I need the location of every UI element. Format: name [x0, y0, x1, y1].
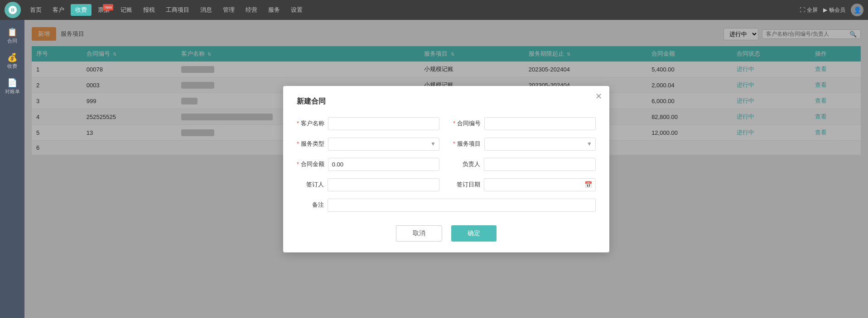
top-nav: 首页 客户 收费 票据 new 记账 报税 工商项目 消息 管理 经营 服务 设…	[0, 0, 868, 20]
nav-manage[interactable]: 管理	[218, 4, 239, 16]
form-row-sign-date: 签订日期 2023-06-06 📅	[453, 178, 596, 191]
customer-name-input[interactable]	[328, 117, 439, 130]
member-button[interactable]: ▶ 畅会员	[823, 6, 845, 14]
person-input[interactable]	[484, 158, 596, 171]
play-icon: ▶	[823, 7, 827, 13]
date-input-wrap: 2023-06-06 📅	[484, 178, 596, 191]
nav-business[interactable]: 工商项目	[161, 4, 194, 16]
contract-no-input[interactable]	[484, 117, 596, 130]
nav-bookkeeping[interactable]: 记账	[116, 4, 137, 16]
modal-overlay: 新建合同 ✕ 客户名称 合同编号 服务类型	[24, 20, 868, 318]
content-area: 新增 服务项目 进行中 已完成 已终止 🔍 序号 合同	[24, 20, 868, 318]
main-layout: 📋 合同 💰 收费 📄 对账单 新增 服务项目 进行中 已完成 已终止	[0, 20, 868, 318]
sidebar: 📋 合同 💰 收费 📄 对账单	[0, 20, 24, 318]
fee-icon: 💰	[7, 53, 17, 62]
signer-input[interactable]	[328, 178, 439, 191]
form-row-notes: 备注	[297, 199, 596, 212]
nav-fee[interactable]: 收费	[71, 4, 92, 16]
avatar[interactable]: 👤	[851, 4, 863, 16]
statement-icon: 📄	[7, 79, 17, 87]
nav-invoice[interactable]: 票据 new	[93, 4, 114, 16]
app-logo	[5, 2, 21, 18]
contract-icon: 📋	[7, 28, 17, 36]
nav-message[interactable]: 消息	[196, 4, 217, 16]
sidebar-item-statement[interactable]: 📄 对账单	[1, 75, 23, 99]
sidebar-item-contract[interactable]: 📋 合同	[1, 24, 23, 48]
service-type-select-wrap: ▼	[328, 138, 439, 151]
new-badge: new	[103, 4, 113, 10]
service-type-label: 服务类型	[297, 140, 324, 148]
nav-home[interactable]: 首页	[25, 4, 46, 16]
sidebar-item-fee[interactable]: 💰 收费	[1, 50, 23, 73]
contract-no-label: 合同编号	[453, 119, 481, 128]
service-item-select-wrap: ▼	[484, 138, 596, 151]
form-grid: 客户名称 合同编号 服务类型 ▼	[297, 117, 596, 212]
amount-label: 合同金额	[297, 160, 324, 168]
person-label: 负责人	[453, 160, 480, 168]
form-row-signer: 签订人	[297, 178, 439, 191]
nav-operation[interactable]: 经营	[241, 4, 262, 16]
nav-settings[interactable]: 设置	[286, 4, 307, 16]
fullscreen-button[interactable]: ⛶ 全屏	[800, 6, 818, 14]
confirm-button[interactable]: 确定	[451, 225, 497, 242]
service-item-select[interactable]	[484, 138, 596, 151]
form-row-person: 负责人	[453, 158, 596, 171]
nav-customer[interactable]: 客户	[48, 4, 69, 16]
customer-label: 客户名称	[297, 119, 324, 128]
fullscreen-icon: ⛶	[800, 7, 805, 13]
service-item-label: 服务项目	[453, 140, 481, 148]
form-row-service-item: 服务项目 ▼	[453, 138, 596, 151]
nav-items: 首页 客户 收费 票据 new 记账 报税 工商项目 消息 管理 经营 服务 设…	[25, 4, 800, 16]
nav-tax[interactable]: 报税	[139, 4, 159, 16]
form-row-customer: 客户名称	[297, 117, 439, 130]
service-type-select[interactable]	[328, 138, 439, 151]
form-row-contract-no: 合同编号	[453, 117, 596, 130]
nav-right: ⛶ 全屏 ▶ 畅会员 👤	[800, 4, 863, 16]
form-row-amount: 合同金额	[297, 158, 439, 171]
nav-service[interactable]: 服务	[264, 4, 285, 16]
modal-close-button[interactable]: ✕	[595, 92, 602, 100]
form-row-service-type: 服务类型 ▼	[297, 138, 439, 151]
cancel-button[interactable]: 取消	[396, 225, 442, 242]
new-contract-modal: 新建合同 ✕ 客户名称 合同编号 服务类型	[283, 86, 609, 252]
sign-date-input[interactable]: 2023-06-06	[484, 178, 596, 191]
signer-label: 签订人	[297, 180, 324, 189]
notes-input[interactable]	[328, 199, 596, 212]
amount-input[interactable]	[328, 158, 439, 171]
modal-title: 新建合同	[297, 97, 596, 106]
modal-footer: 取消 确定	[297, 225, 596, 242]
notes-label: 备注	[297, 201, 324, 209]
sign-date-label: 签订日期	[453, 180, 480, 189]
